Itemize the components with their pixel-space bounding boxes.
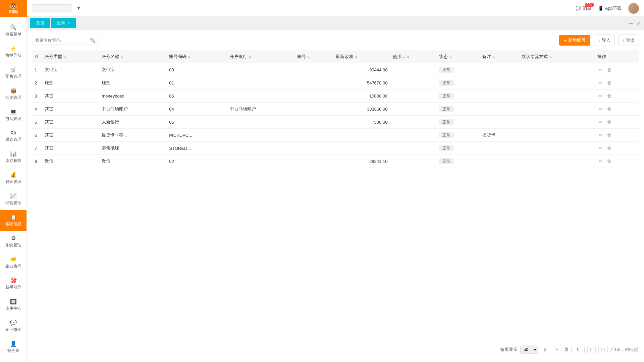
sidebar-item-agreement[interactable]: 🤝 企业协同 [0, 252, 26, 273]
delete-button[interactable]: 🗑 [605, 79, 613, 86]
sort-icon-status: ⇅ [449, 55, 452, 59]
sidebar-item-wechat[interactable]: 💬 企业微信 [0, 315, 26, 337]
export-button[interactable]: ↑ 导出 [618, 35, 639, 46]
col-default-settle[interactable]: 默认结算方式 ⇅ [519, 50, 595, 63]
col-account[interactable]: 账号 ⇅ [294, 50, 333, 63]
add-account-button[interactable]: + 新增账号 [559, 35, 590, 46]
import-icon: ↓ [598, 38, 600, 43]
page-first-button[interactable]: |< [541, 346, 550, 353]
edit-button[interactable]: ✏ [597, 106, 604, 112]
row-balance: -90444.00 [333, 63, 390, 76]
row-bank [227, 142, 294, 155]
sidebar-item-member[interactable]: 👤 畅会员 [0, 337, 26, 358]
messages-button[interactable]: 💬 消息 99+ [576, 5, 591, 11]
row-account [294, 63, 333, 76]
row-name: 零售抵现 [99, 142, 166, 155]
col-usage[interactable]: 使用... ⇅ [390, 50, 436, 63]
row-id: 2 [32, 76, 42, 89]
delete-button[interactable]: 🗑 [605, 93, 613, 99]
row-usage [390, 76, 436, 89]
page-number-input[interactable] [571, 346, 585, 353]
sidebar-item-purchase[interactable]: 🛍 采购管理 [0, 126, 26, 146]
edit-button[interactable]: ✏ [597, 119, 604, 125]
row-bank [227, 63, 294, 76]
col-remark[interactable]: 备注 ⇅ [480, 50, 519, 63]
minimize-icon[interactable]: — [629, 20, 633, 26]
col-type[interactable]: 账号类型 ⇅ [42, 50, 99, 63]
col-balance[interactable]: 最新余额 ⇅ [333, 50, 390, 63]
col-actions-label: 操作 [597, 54, 606, 59]
user-avatar[interactable] [628, 3, 639, 14]
col-name[interactable]: 账号名称 ⇅ [99, 50, 166, 63]
row-actions: ✏ 🗑 [595, 142, 639, 155]
row-id: 5 [32, 116, 42, 129]
row-name: 中百商场账户 [99, 103, 166, 116]
topbar-left: ▼ [32, 4, 81, 12]
row-account [294, 76, 333, 89]
per-page-select[interactable]: 50 20 100 [520, 346, 538, 354]
row-name: moneybosx [99, 89, 166, 103]
tabbar: 首页 账号 ✕ — ⤢ [27, 17, 644, 29]
row-default-settle [519, 155, 595, 168]
col-code[interactable]: 账号编码 ⇅ [166, 50, 227, 63]
tab-close-icon[interactable]: ✕ [67, 21, 70, 25]
topbar-dropdown[interactable]: ▼ [75, 6, 81, 11]
sidebar-item-ecommerce[interactable]: 💻 电商管理 [0, 105, 26, 126]
import-button[interactable]: ↓ 导入 [594, 35, 615, 46]
col-status[interactable]: 状态 ⇅ [436, 50, 479, 63]
sidebar-item-finance[interactable]: 💰 资金管理 [0, 168, 26, 189]
sidebar-item-inventory[interactable]: 📊 库存核算 [0, 146, 26, 168]
delete-button[interactable]: 🗑 [605, 106, 613, 112]
edit-button[interactable]: ✏ [597, 79, 604, 86]
search-box[interactable]: 🔍 [32, 36, 99, 45]
sidebar-item-label: 批发管理 [5, 95, 21, 101]
sidebar-item-label: 基础信息 [5, 221, 21, 227]
topbar-search-input[interactable] [32, 4, 72, 12]
message-icon: 💬 [576, 6, 581, 11]
row-status: 正常 [436, 116, 479, 129]
sidebar-item-shortcut[interactable]: ⚡ 快捷导航 [0, 41, 26, 62]
guide-icon: 🎯 [10, 277, 17, 284]
sidebar-item-wholesale[interactable]: 📦 批发管理 [0, 83, 26, 105]
app-download-button[interactable]: 📱 App下载 [598, 5, 622, 11]
edit-button[interactable]: ✏ [597, 66, 604, 73]
tabbar-actions: — ⤢ [629, 20, 641, 26]
delete-button[interactable]: 🗑 [605, 145, 613, 152]
sidebar-item-guide[interactable]: 🎯 新手引导 [0, 273, 26, 294]
export-label: 导出 [626, 37, 635, 43]
row-remark [480, 142, 519, 155]
page-next-button[interactable]: > [587, 346, 596, 353]
row-actions: ✏ 🗑 [595, 76, 639, 89]
accounts-table: ⚙ 账号类型 ⇅ 账号名称 ⇅ 账号编码 ⇅ 开户银行 ⇅ 账号 ⇅ 最新余额 … [32, 50, 639, 168]
col-settings[interactable]: ⚙ [32, 50, 42, 63]
sidebar-item-app-center[interactable]: 🔲 应用中心 [0, 294, 26, 315]
delete-button[interactable]: 🗑 [605, 132, 613, 138]
edit-button[interactable]: ✏ [597, 158, 604, 165]
sidebar: 🐯 乐惠版 🔍 搜索菜单 ⚡ 快捷导航 🛒 零售管理 📦 批发管理 💻 电商管理… [0, 0, 27, 362]
sidebar-item-retail[interactable]: 🛒 零售管理 [0, 62, 26, 83]
row-remark [480, 116, 519, 129]
page-prev-button[interactable]: < [553, 346, 561, 353]
delete-button[interactable]: 🗑 [605, 66, 613, 73]
col-bank[interactable]: 开户银行 ⇅ [227, 50, 294, 63]
edit-button[interactable]: ✏ [597, 93, 604, 99]
page-content: 🔍 + 新增账号 ↓ 导入 ↑ 导出 [27, 29, 644, 362]
sidebar-item-system[interactable]: ⚙ 系统管理 [0, 231, 26, 252]
delete-button[interactable]: 🗑 [605, 119, 613, 125]
sidebar-item-operations[interactable]: 📈 经营管理 [0, 189, 26, 210]
row-default-settle [519, 76, 595, 89]
page-last-button[interactable]: >| [598, 346, 608, 353]
sidebar-item-basic[interactable]: 📋 基础信息 [0, 210, 26, 231]
sidebar-item-search[interactable]: 🔍 搜索菜单 [0, 20, 26, 41]
search-input[interactable] [36, 38, 88, 43]
edit-button[interactable]: ✏ [597, 132, 604, 138]
edit-button[interactable]: ✏ [597, 145, 604, 152]
delete-button[interactable]: 🗑 [605, 158, 613, 165]
row-actions: ✏ 🗑 [595, 155, 639, 168]
maximize-icon[interactable]: ⤢ [637, 20, 641, 26]
row-remark: 提货卡 [480, 129, 519, 142]
tab-account[interactable]: 账号 ✕ [51, 18, 76, 28]
row-type: 其它 [42, 129, 99, 142]
tab-home[interactable]: 首页 [30, 18, 50, 28]
sidebar-item-label: 企业协同 [5, 263, 21, 269]
